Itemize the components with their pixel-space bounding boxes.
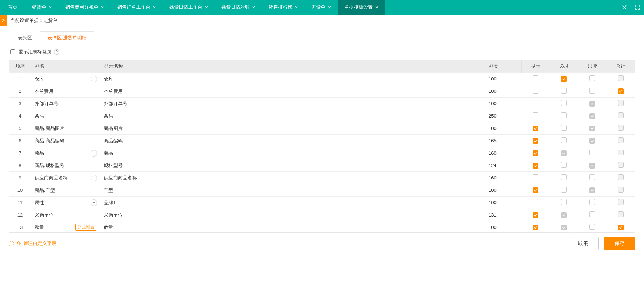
add-icon[interactable]: + <box>91 76 97 82</box>
table-row[interactable]: 1仓库+仓库100 <box>9 73 635 85</box>
cancel-button[interactable]: 取消 <box>568 237 599 250</box>
cell-display[interactable]: 供应商商品名称 <box>100 172 485 184</box>
close-icon[interactable]: ✕ <box>153 5 156 10</box>
checkbox[interactable] <box>589 88 595 94</box>
table-row[interactable]: 2本单费用本单费用100 <box>9 85 635 98</box>
cell-display[interactable]: 品牌1 <box>100 197 485 209</box>
checkbox[interactable] <box>533 150 538 156</box>
fullscreen-icon[interactable] <box>631 0 644 15</box>
checkbox[interactable] <box>533 126 538 131</box>
top-tab[interactable]: 销货单✕ <box>25 0 59 15</box>
top-tab[interactable]: 钱货日清工作台✕ <box>163 0 215 15</box>
checkbox[interactable] <box>561 112 567 118</box>
checkbox[interactable] <box>533 187 538 193</box>
top-tab[interactable]: 进货单✕ <box>305 0 338 15</box>
table-row[interactable]: 12采购单位采购单位131 <box>9 209 635 221</box>
cell-width[interactable]: 160 <box>485 147 521 159</box>
breadcrumb-collapse-icon[interactable] <box>0 15 7 26</box>
manage-custom-fields-link[interactable]: ? 管理自定义字段 <box>9 240 56 247</box>
checkbox[interactable] <box>589 75 595 81</box>
table-row[interactable]: 9供应商商品名称+供应商商品名称160 <box>9 172 635 184</box>
checkbox[interactable] <box>561 174 567 180</box>
table-row[interactable]: 4条码条码250 <box>9 110 635 122</box>
checkbox[interactable] <box>589 174 595 180</box>
checkbox[interactable] <box>618 88 624 94</box>
show-summary-checkbox[interactable] <box>10 49 15 54</box>
cell-display[interactable]: 商品图片 <box>100 122 485 135</box>
table-row[interactable]: 11属性+品牌1100 <box>9 197 635 209</box>
checkbox[interactable] <box>561 88 567 94</box>
checkbox[interactable] <box>533 174 538 180</box>
cell-width[interactable]: 100 <box>485 221 521 233</box>
cell-display[interactable]: 数量 <box>100 221 485 233</box>
cell-width[interactable]: 124 <box>485 159 521 172</box>
checkbox[interactable] <box>533 212 538 218</box>
table-row[interactable]: 10商品.车型车型100 <box>9 184 635 197</box>
table-row[interactable]: 8商品.规格型号规格型号124 <box>9 159 635 172</box>
checkbox[interactable] <box>533 225 538 230</box>
checkbox[interactable] <box>589 150 595 155</box>
table-row[interactable]: 5商品.商品图片商品图片100 <box>9 122 635 135</box>
close-all-icon[interactable] <box>618 0 631 15</box>
sub-tab[interactable]: 表体区-进货单明细 <box>40 31 94 44</box>
save-button[interactable]: 保存 <box>604 237 635 250</box>
checkbox[interactable] <box>533 100 538 106</box>
checkbox[interactable] <box>561 187 567 193</box>
cell-width[interactable]: 250 <box>485 110 521 122</box>
close-icon[interactable]: ✕ <box>252 5 256 10</box>
sub-tab[interactable]: 表头区 <box>10 31 40 44</box>
cell-width[interactable]: 100 <box>485 73 521 85</box>
top-tab[interactable]: 销售订单工作台✕ <box>111 0 163 15</box>
checkbox[interactable] <box>561 125 567 131</box>
checkbox[interactable] <box>589 211 595 217</box>
checkbox[interactable] <box>533 75 538 81</box>
cell-width[interactable]: 100 <box>485 85 521 98</box>
cell-width[interactable]: 100 <box>485 197 521 209</box>
cell-display[interactable]: 仓库 <box>100 73 485 85</box>
cell-display[interactable]: 条码 <box>100 110 485 122</box>
close-icon[interactable]: ✕ <box>205 5 208 10</box>
cell-width[interactable]: 100 <box>485 122 521 135</box>
checkbox[interactable] <box>533 138 538 144</box>
checkbox[interactable] <box>533 163 538 169</box>
cell-display[interactable]: 本单费用 <box>100 85 485 98</box>
close-icon[interactable]: ✕ <box>100 5 104 10</box>
checkbox[interactable] <box>561 162 567 168</box>
checkbox[interactable] <box>589 224 595 230</box>
add-icon[interactable]: + <box>91 175 97 181</box>
close-icon[interactable]: ✕ <box>48 5 52 10</box>
table-row[interactable]: 3外部订单号外部订单号100 <box>9 98 635 110</box>
close-icon[interactable]: ✕ <box>295 5 298 10</box>
checkbox[interactable] <box>561 100 567 106</box>
checkbox[interactable] <box>533 112 538 118</box>
checkbox[interactable] <box>533 199 538 205</box>
checkbox[interactable] <box>618 225 624 230</box>
top-tab[interactable]: 钱货日清对账✕ <box>215 0 262 15</box>
checkbox[interactable] <box>589 199 595 205</box>
cell-width[interactable]: 160 <box>485 172 521 184</box>
table-row[interactable]: 13数量公式设置数量100 <box>9 221 635 233</box>
add-icon[interactable]: + <box>91 150 97 157</box>
cell-display[interactable]: 商品编码 <box>100 135 485 147</box>
top-tab[interactable]: 单据模板设置✕ <box>338 0 385 15</box>
table-row[interactable]: 7商品+商品160 <box>9 147 635 159</box>
top-tab[interactable]: 销售排行榜✕ <box>262 0 305 15</box>
cell-width[interactable]: 100 <box>485 184 521 197</box>
checkbox[interactable] <box>561 137 567 143</box>
cell-display[interactable]: 外部订单号 <box>100 98 485 110</box>
close-icon[interactable]: ✕ <box>375 5 379 10</box>
add-icon[interactable]: + <box>91 199 97 206</box>
cell-display[interactable]: 商品 <box>100 147 485 159</box>
formula-button[interactable]: 公式设置 <box>75 224 96 231</box>
cell-display[interactable]: 规格型号 <box>100 159 485 172</box>
cell-width[interactable]: 100 <box>485 98 521 110</box>
cell-width[interactable]: 131 <box>485 209 521 221</box>
cell-display[interactable]: 采购单位 <box>100 209 485 221</box>
cell-display[interactable]: 车型 <box>100 184 485 197</box>
checkbox[interactable] <box>561 76 567 82</box>
checkbox[interactable] <box>533 88 538 94</box>
top-tab[interactable]: 首页 <box>0 0 25 15</box>
top-tab[interactable]: 销售费用分摊单✕ <box>59 0 111 15</box>
checkbox[interactable] <box>561 199 567 205</box>
close-icon[interactable]: ✕ <box>328 5 331 10</box>
